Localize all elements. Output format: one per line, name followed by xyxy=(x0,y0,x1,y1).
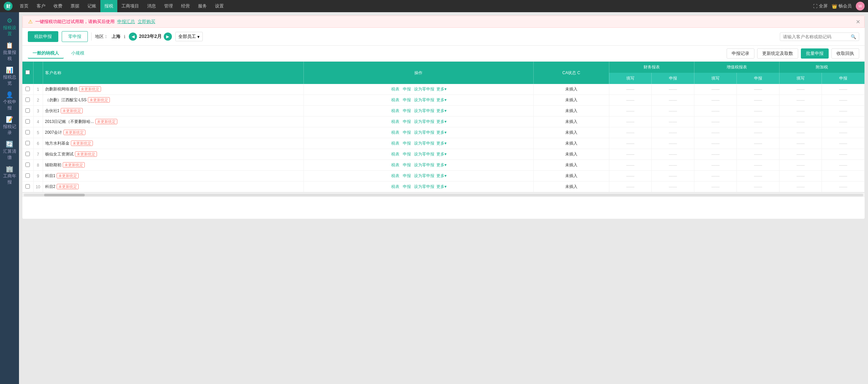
banner-link2[interactable]: 立即购买 xyxy=(138,19,155,25)
batch-submit-button[interactable]: 批量申报 xyxy=(801,48,829,59)
avatar[interactable]: W xyxy=(856,2,865,10)
op-more[interactable]: 更多▾ xyxy=(436,152,447,156)
op-submit[interactable]: 申报 xyxy=(402,86,412,92)
retrieve-button[interactable]: 收取回执 xyxy=(831,48,859,59)
op-tax-table[interactable]: 税表 xyxy=(390,162,400,168)
logo[interactable]: 财 xyxy=(3,1,13,11)
op-tax-table[interactable]: 税表 xyxy=(390,119,400,125)
op-zero-submit[interactable]: 设为零申报 xyxy=(413,173,435,179)
sidebar-item-settlement[interactable]: 🔄 汇算清缴 xyxy=(0,138,19,163)
op-zero-submit[interactable]: 设为零申报 xyxy=(413,119,435,125)
op-zero-submit[interactable]: 设为零申报 xyxy=(413,151,435,157)
row-checkbox[interactable] xyxy=(25,141,30,145)
employee-select[interactable]: 全部员工 ▾ xyxy=(175,32,203,41)
horizontal-scrollbar[interactable] xyxy=(22,192,865,197)
row-f1: —— xyxy=(609,95,652,106)
op-more[interactable]: 更多▾ xyxy=(436,130,447,135)
tab-general-taxpayer[interactable]: 一般的纳税人 xyxy=(28,48,64,59)
tab-small-scale[interactable]: 小规模 xyxy=(66,48,89,59)
op-more[interactable]: 更多▾ xyxy=(436,173,447,178)
nav-client[interactable]: 客户 xyxy=(33,0,50,12)
prev-month-button[interactable]: ◀ xyxy=(129,33,137,41)
sidebar-item-batch-tax[interactable]: 📋 批量报税 xyxy=(0,40,19,64)
member-button[interactable]: 👑 畅会员 xyxy=(832,3,852,9)
sidebar-item-tax-overview[interactable]: 📊 报税总览 xyxy=(0,64,19,89)
row-f2: —— xyxy=(694,116,737,127)
nav-operation[interactable]: 经营 xyxy=(177,0,194,12)
op-tax-table[interactable]: 税表 xyxy=(390,130,400,135)
op-more[interactable]: 更多▾ xyxy=(436,141,447,146)
tab-zero-declaration[interactable]: 零申报 xyxy=(62,31,88,42)
scrollbar-thumb[interactable] xyxy=(44,194,85,196)
op-tax-table[interactable]: 税表 xyxy=(390,141,400,146)
op-submit[interactable]: 申报 xyxy=(402,162,412,168)
op-tax-table[interactable]: 税表 xyxy=(390,151,400,157)
nav-message[interactable]: 消息 xyxy=(143,0,160,12)
op-more[interactable]: 更多▾ xyxy=(436,108,447,113)
op-zero-submit[interactable]: 设为零申报 xyxy=(413,130,435,135)
op-zero-submit[interactable]: 设为零申报 xyxy=(413,184,435,190)
op-tax-table[interactable]: 税表 xyxy=(390,184,400,190)
op-tax-table[interactable]: 税表 xyxy=(390,97,400,103)
next-month-button[interactable]: ▶ xyxy=(164,33,172,41)
search-icon[interactable]: 🔍 xyxy=(851,34,856,39)
search-input[interactable] xyxy=(783,34,851,39)
row-checkbox[interactable] xyxy=(25,108,30,113)
row-checkbox[interactable] xyxy=(25,173,30,178)
nav-service[interactable]: 服务 xyxy=(194,0,211,12)
op-submit[interactable]: 申报 xyxy=(402,119,412,125)
op-tax-table[interactable]: 税表 xyxy=(390,86,400,92)
nav-invoice[interactable]: 票据 xyxy=(66,0,83,12)
op-submit[interactable]: 申报 xyxy=(402,151,412,157)
op-tax-table[interactable]: 税表 xyxy=(390,173,400,179)
row-s3: —— xyxy=(822,95,865,106)
tab-tax-declaration[interactable]: 税款申报 xyxy=(28,31,58,42)
sidebar-item-annual-report[interactable]: 🏢 工商年报 xyxy=(0,163,19,188)
row-checkbox[interactable] xyxy=(25,87,30,91)
row-f2: —— xyxy=(694,127,737,138)
update-button[interactable]: 更新统定及取数 xyxy=(757,48,798,59)
op-zero-submit[interactable]: 设为零申报 xyxy=(413,86,435,92)
op-submit[interactable]: 申报 xyxy=(402,173,412,179)
op-submit[interactable]: 申报 xyxy=(402,97,412,103)
row-checkbox[interactable] xyxy=(25,163,30,167)
op-zero-submit[interactable]: 设为零申报 xyxy=(413,108,435,114)
nav-accounting[interactable]: 记账 xyxy=(83,0,100,12)
row-checkbox[interactable] xyxy=(25,130,30,134)
op-tax-table[interactable]: 税表 xyxy=(390,108,400,114)
banner-close-button[interactable]: ✕ xyxy=(856,19,860,25)
op-more[interactable]: 更多▾ xyxy=(436,87,447,91)
sidebar-item-personal-tax[interactable]: 👤 个税申报 xyxy=(0,89,19,114)
nav-manage[interactable]: 管理 xyxy=(160,0,177,12)
nav-billing[interactable]: 收费 xyxy=(50,0,66,12)
op-zero-submit[interactable]: 设为零申报 xyxy=(413,141,435,146)
sidebar-item-tax-records[interactable]: 📝 报税记录 xyxy=(0,114,19,138)
op-more[interactable]: 更多▾ xyxy=(436,119,447,124)
op-more[interactable]: 更多▾ xyxy=(436,98,447,102)
op-more[interactable]: 更多▾ xyxy=(436,184,447,189)
row-checkbox[interactable] xyxy=(25,184,30,189)
record-button[interactable]: 申报记录 xyxy=(727,48,754,59)
row-s2: —— xyxy=(737,149,780,160)
op-more[interactable]: 更多▾ xyxy=(436,163,447,167)
fullscreen-button[interactable]: ⛶ 全屏 xyxy=(813,3,828,9)
sidebar-item-tax-settings[interactable]: ⚙ 报税设置 xyxy=(0,15,19,40)
nav-settings[interactable]: 设置 xyxy=(211,0,228,12)
row-checkbox[interactable] xyxy=(25,119,30,124)
op-submit[interactable]: 申报 xyxy=(402,184,412,190)
op-submit[interactable]: 申报 xyxy=(402,141,412,146)
select-all-checkbox[interactable] xyxy=(25,70,30,74)
row-operations: 税表 申报 设为零申报 更多▾ xyxy=(303,160,533,171)
header-fill3: 填写 xyxy=(779,73,822,84)
op-zero-submit[interactable]: 设为零申报 xyxy=(413,162,435,168)
op-submit[interactable]: 申报 xyxy=(402,108,412,114)
row-checkbox[interactable] xyxy=(25,152,30,156)
op-zero-submit[interactable]: 设为零申报 xyxy=(413,97,435,103)
banner-link1[interactable]: 申报汇总 xyxy=(117,19,135,25)
nav-tax[interactable]: 报税 xyxy=(100,0,117,12)
row-checkbox[interactable] xyxy=(25,98,30,102)
nav-home[interactable]: 首页 xyxy=(16,0,33,12)
info-icon[interactable]: ℹ xyxy=(124,34,125,39)
op-submit[interactable]: 申报 xyxy=(402,130,412,135)
nav-business[interactable]: 工商项目 xyxy=(117,0,143,12)
